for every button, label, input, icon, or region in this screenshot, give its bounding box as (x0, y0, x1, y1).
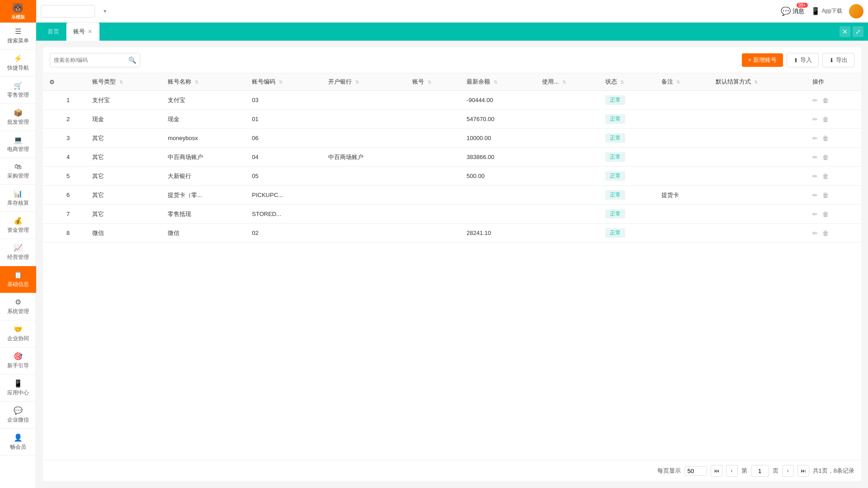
page-prev-btn[interactable]: ‹ (726, 465, 738, 477)
edit-btn-8[interactable]: ✏ (812, 230, 818, 237)
sort-type-icon[interactable]: ⇅ (119, 80, 123, 84)
top-search-input[interactable] (41, 5, 95, 18)
sidebar-label-purchase: 采购管理 (2, 172, 34, 180)
sidebar-icon-member: 👤 (2, 433, 34, 442)
toolbar: 🔍 + 新增账号 ⬆ 导入 ⬇ 导出 (43, 47, 861, 73)
sort-default-icon[interactable]: ⇅ (754, 80, 758, 84)
edit-btn-4[interactable]: ✏ (812, 154, 818, 161)
sidebar-item-ecommerce[interactable]: 💻电商管理 (0, 131, 36, 158)
sort-bank-icon[interactable]: ⇅ (355, 80, 359, 84)
sidebar-item-wechat[interactable]: 💬企业微信 (0, 402, 36, 429)
col-remark[interactable]: 备注 ⇅ (656, 73, 710, 91)
export-button[interactable]: ⬇ 导出 (822, 53, 854, 67)
edit-btn-3[interactable]: ✏ (812, 135, 818, 142)
tab-account-close[interactable]: ✕ (88, 28, 92, 35)
delete-btn-1[interactable]: 🗑 (822, 97, 829, 104)
row-type-6: 其它 (87, 186, 162, 205)
page-next-btn[interactable]: › (782, 465, 794, 477)
sidebar-item-shortcut[interactable]: ⚡快捷导航 (0, 50, 36, 77)
row-gear-1 (43, 91, 61, 110)
sidebar-item-wholesale[interactable]: 📦批发管理 (0, 104, 36, 131)
col-gear[interactable]: ⚙ (43, 73, 61, 91)
col-usage[interactable]: 使用... ⇅ (537, 73, 599, 91)
tab-account[interactable]: 账号 ✕ (66, 23, 99, 41)
row-gear-2 (43, 110, 61, 129)
search-input[interactable] (54, 57, 128, 63)
row-name-2: 现金 (162, 110, 246, 129)
topbar-dropdown[interactable]: ▾ (99, 6, 110, 17)
app-download-btn[interactable]: 📱 App下载 (811, 7, 842, 15)
table-row: 2 现金 现金 01 547670.00 正常 ✏ 🗑 (43, 110, 861, 129)
row-balance-3: 10000.00 (461, 129, 537, 148)
user-avatar[interactable] (849, 4, 863, 19)
tab-close-btn[interactable]: ✕ (840, 26, 850, 37)
col-balance[interactable]: 最新余额 ⇅ (461, 73, 537, 91)
sidebar-item-enterprise[interactable]: 🤝企业协同 (0, 320, 36, 347)
row-status-8: 正常 (600, 224, 656, 243)
sidebar-item-inventory[interactable]: 📊库存核算 (0, 185, 36, 212)
col-bank[interactable]: 开户银行 ⇅ (323, 73, 407, 91)
delete-btn-7[interactable]: 🗑 (822, 211, 829, 218)
col-code[interactable]: 账号编码 ⇅ (246, 73, 323, 91)
sidebar-label-search: 搜索菜单 (2, 37, 34, 45)
col-type[interactable]: 账号类型 ⇅ (87, 73, 162, 91)
import-button[interactable]: ⬆ 导入 (787, 53, 819, 67)
delete-btn-4[interactable]: 🗑 (822, 154, 829, 161)
sidebar-label-guide: 新手引导 (2, 362, 34, 370)
sort-status-icon[interactable]: ⇅ (620, 80, 624, 84)
delete-btn-5[interactable]: 🗑 (822, 173, 829, 180)
page-first-btn[interactable]: ⏮ (711, 465, 722, 477)
sort-usage-icon[interactable]: ⇅ (562, 80, 566, 84)
page-input[interactable] (751, 465, 769, 477)
delete-btn-6[interactable]: 🗑 (822, 192, 829, 199)
delete-btn-8[interactable]: 🗑 (822, 230, 829, 237)
sidebar-item-purchase[interactable]: 🛍采购管理 (0, 158, 36, 185)
search-icon[interactable]: 🔍 (128, 56, 136, 64)
row-code-7: STORED... (246, 205, 323, 224)
sort-name-icon[interactable]: ⇅ (195, 80, 198, 84)
tab-home[interactable]: 首页 (41, 23, 66, 41)
sort-remark-icon[interactable]: ⇅ (676, 80, 680, 84)
logo-icon: 🐻 (12, 2, 24, 13)
row-gear-4 (43, 148, 61, 167)
message-btn[interactable]: 💬 消息 99+ (781, 6, 804, 16)
sidebar-label-ecommerce: 电商管理 (2, 145, 34, 153)
sidebar-item-finance[interactable]: 💰资金管理 (0, 212, 36, 239)
sidebar-item-search[interactable]: ☰搜索菜单 (0, 23, 36, 50)
sidebar-item-member[interactable]: 👤畅会员 (0, 429, 36, 456)
edit-btn-5[interactable]: ✏ (812, 173, 818, 180)
export-icon: ⬇ (829, 57, 834, 64)
row-bank-7 (323, 205, 407, 224)
col-account[interactable]: 账号 ⇅ (407, 73, 461, 91)
edit-btn-6[interactable]: ✏ (812, 192, 818, 199)
sort-account-icon[interactable]: ⇅ (428, 80, 431, 84)
edit-btn-7[interactable]: ✏ (812, 211, 818, 218)
sidebar-item-basic[interactable]: 📋基础信息 (0, 266, 36, 293)
sort-balance-icon[interactable]: ⇅ (494, 80, 497, 84)
sidebar-icon-wechat: 💬 (2, 406, 34, 415)
delete-btn-3[interactable]: 🗑 (822, 135, 829, 142)
row-default-4 (710, 148, 807, 167)
sidebar-item-operation[interactable]: 📈经营管理 (0, 239, 36, 266)
col-default[interactable]: 默认结算方式 ⇅ (710, 73, 807, 91)
col-status[interactable]: 状态 ⇅ (600, 73, 656, 91)
row-action-6: ✏ 🗑 (807, 186, 861, 205)
row-account-6 (407, 186, 461, 205)
delete-btn-2[interactable]: 🗑 (822, 116, 829, 123)
app-label: App下载 (822, 7, 842, 15)
col-name[interactable]: 账号名称 ⇅ (162, 73, 246, 91)
add-account-button[interactable]: + 新增账号 (742, 53, 783, 67)
page-last-btn[interactable]: ⏭ (797, 465, 809, 477)
sidebar-item-guide[interactable]: 🎯新手引导 (0, 347, 36, 375)
table-row: 7 其它 零售抵现 STORED... 正常 ✏ 🗑 (43, 205, 861, 224)
sidebar-item-app_center[interactable]: 📱应用中心 (0, 375, 36, 402)
tab-expand-btn[interactable]: ⤢ (853, 26, 863, 37)
row-action-8: ✏ 🗑 (807, 224, 861, 243)
sidebar-item-retail[interactable]: 🛒零售管理 (0, 77, 36, 104)
row-bank-3 (323, 129, 407, 148)
page-size-select[interactable]: 50 20 100 (684, 466, 707, 476)
sort-code-icon[interactable]: ⇅ (279, 80, 283, 84)
sidebar-item-system[interactable]: ⚙系统管理 (0, 293, 36, 320)
edit-btn-1[interactable]: ✏ (812, 97, 818, 104)
edit-btn-2[interactable]: ✏ (812, 116, 818, 123)
